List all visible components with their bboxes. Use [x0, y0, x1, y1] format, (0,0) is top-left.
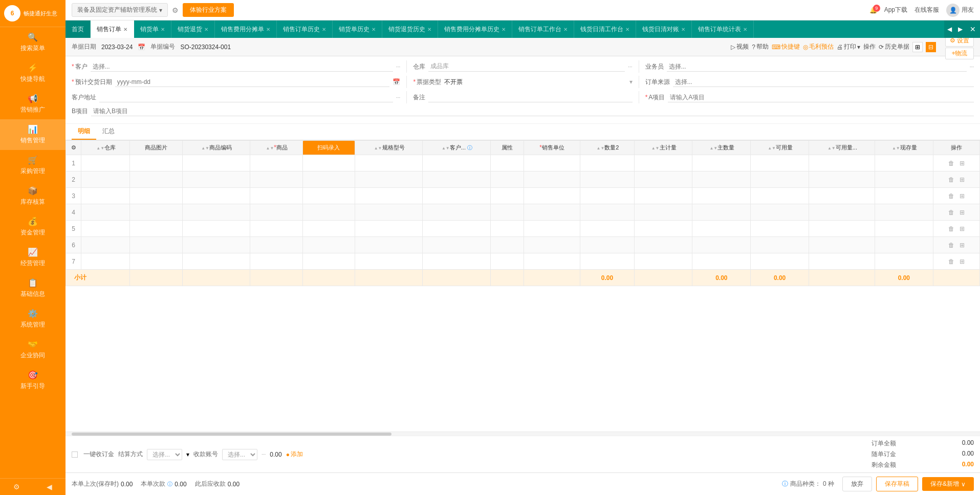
row-copy-icon[interactable]: ⊞ — [960, 242, 965, 249]
row-delete-icon[interactable]: 🗑 — [948, 160, 954, 167]
col-unit[interactable]: *销售单位 — [524, 141, 580, 155]
row-unit[interactable] — [524, 253, 580, 270]
view-video-btn[interactable]: ▷ 视频 — [731, 42, 749, 51]
row-attribute[interactable] — [490, 237, 524, 253]
tab-close-icon[interactable]: ✕ — [372, 27, 376, 32]
sidebar-item-0[interactable]: 🔍 搜索菜单 — [0, 27, 66, 58]
tab-home[interactable]: 首页 — [66, 20, 91, 38]
col-settings[interactable]: ⚙ — [66, 141, 81, 155]
tab-prev-icon[interactable]: ◀ — [944, 26, 955, 33]
row-barcode[interactable] — [302, 188, 355, 204]
row-qty2[interactable] — [580, 155, 635, 171]
tab-close-all-icon[interactable]: ✕ — [966, 25, 980, 33]
sidebar-item-5[interactable]: 📦 库存核算 — [0, 181, 66, 211]
tab-close-icon[interactable]: ✕ — [681, 27, 685, 32]
sidebar-item-8[interactable]: 📋 基础信息 — [0, 273, 66, 304]
row-qty2[interactable] — [580, 188, 635, 204]
row-main-qty[interactable] — [692, 171, 751, 188]
calendar-icon[interactable]: 📅 — [138, 44, 145, 51]
tab-close-icon[interactable]: ✕ — [204, 27, 208, 32]
tab-daily-clear-workbench[interactable]: 钱货日清工作台 ✕ — [574, 20, 636, 38]
settings-btn[interactable]: ⚙ 设置 — [945, 38, 974, 47]
tab-detail[interactable]: 明细 — [72, 124, 96, 140]
row-unit[interactable] — [524, 237, 580, 253]
b-project-input[interactable] — [91, 106, 974, 116]
row-customer-code[interactable] — [423, 155, 491, 171]
row-qty2[interactable] — [580, 253, 635, 270]
online-service-link[interactable]: 在线客服 — [914, 6, 939, 14]
tab-close-icon[interactable]: ✕ — [625, 27, 629, 32]
row-attribute[interactable] — [490, 253, 524, 270]
row-main-qty[interactable] — [692, 237, 751, 253]
col-customer-code[interactable]: ▲▼客户... ⓘ — [423, 141, 491, 155]
row-code[interactable] — [182, 204, 250, 221]
account-select[interactable]: 选择... — [222, 449, 257, 460]
sidebar-item-6[interactable]: 💰 资金管理 — [0, 211, 66, 242]
row-unit[interactable] — [524, 204, 580, 221]
layout-icon-1[interactable]: ⊞ — [912, 42, 923, 52]
row-main-qty[interactable] — [692, 204, 751, 221]
sidebar-collapse-icon[interactable]: ◀ — [47, 483, 52, 491]
help-btn[interactable]: ? 帮助 — [752, 42, 769, 51]
row-customer-code[interactable] — [423, 204, 491, 221]
sidebar-item-10[interactable]: 🤝 企业协同 — [0, 334, 66, 365]
col-available2[interactable]: ▲▼可用量... — [809, 141, 875, 155]
tab-close-icon[interactable]: ✕ — [743, 27, 747, 32]
row-delete-icon[interactable]: 🗑 — [948, 209, 954, 216]
row-delete-icon[interactable]: 🗑 — [948, 192, 954, 200]
tab-expense-history[interactable]: 销售费用分摊单历史 ✕ — [438, 20, 512, 38]
row-qty2[interactable] — [580, 237, 635, 253]
row-warehouse[interactable] — [81, 221, 130, 237]
col-stock[interactable]: ▲▼现存量 — [875, 141, 933, 155]
row-barcode[interactable] — [302, 155, 355, 171]
row-spec[interactable] — [355, 221, 423, 237]
deposit-checkbox[interactable] — [72, 451, 78, 458]
method-select[interactable]: 选择... — [147, 449, 182, 460]
sidebar-item-9[interactable]: ⚙️ 系统管理 — [0, 304, 66, 334]
layout-icon-2[interactable]: ⊟ — [926, 42, 936, 52]
row-copy-icon[interactable]: ⊞ — [960, 192, 965, 200]
row-spec[interactable] — [355, 237, 423, 253]
row-warehouse[interactable] — [81, 188, 130, 204]
warehouse-input[interactable] — [428, 62, 625, 72]
staff-input[interactable] — [667, 62, 967, 72]
row-unit[interactable] — [524, 188, 580, 204]
tab-next-icon[interactable]: ▶ — [955, 26, 966, 33]
invoice-dropdown-icon[interactable]: ▾ — [629, 78, 633, 85]
system-selector[interactable]: 装备及固定资产辅助管理系统 ▾ — [72, 3, 168, 17]
row-product[interactable] — [250, 221, 302, 237]
col-warehouse[interactable]: ▲▼仓库 — [81, 141, 130, 155]
row-qty2[interactable] — [580, 204, 635, 221]
row-customer-code[interactable] — [423, 221, 491, 237]
row-warehouse[interactable] — [81, 253, 130, 270]
tab-sales-history[interactable]: 销售订单历史 ✕ — [277, 20, 333, 38]
tab-sales-stats[interactable]: 销售订单统计表 ✕ — [692, 20, 754, 38]
tab-sales-receipt[interactable]: 销货单 ✕ — [134, 20, 171, 38]
sidebar-settings-icon[interactable]: ⚙ — [13, 483, 20, 491]
sidebar-item-1[interactable]: ⚡ 快捷导航 — [0, 58, 66, 89]
print-btn[interactable]: 🖨 打印 ▾ — [837, 42, 860, 51]
add-payment-btn[interactable]: ● 添加 — [286, 450, 303, 459]
row-spec[interactable] — [355, 204, 423, 221]
row-spec[interactable] — [355, 155, 423, 171]
tab-sales-expense[interactable]: 销售费用分摊单 ✕ — [215, 20, 277, 38]
tab-daily-reconcile[interactable]: 钱货日清对账 ✕ — [636, 20, 692, 38]
account-more-icon[interactable]: ··· — [262, 451, 266, 457]
row-qty2[interactable] — [580, 171, 635, 188]
row-product[interactable] — [250, 188, 302, 204]
row-warehouse[interactable] — [81, 237, 130, 253]
sidebar-item-3[interactable]: 📊 销售管理 — [0, 119, 66, 150]
row-code[interactable] — [182, 155, 250, 171]
row-code[interactable] — [182, 221, 250, 237]
row-customer-code[interactable] — [423, 237, 491, 253]
row-code[interactable] — [182, 253, 250, 270]
col-available[interactable]: ▲▼可用量 — [751, 141, 809, 155]
tab-close-icon[interactable]: ✕ — [427, 27, 431, 32]
note-input[interactable] — [428, 93, 632, 102]
col-barcode[interactable]: 扫码录入 — [302, 141, 355, 155]
col-code[interactable]: ▲▼商品编码 — [182, 141, 250, 155]
row-delete-icon[interactable]: 🗑 — [948, 176, 954, 183]
notification-badge[interactable]: 🔔 9 — [869, 7, 877, 14]
row-main-qty[interactable] — [692, 188, 751, 204]
tab-sales-order[interactable]: 销售订单 ✕ — [91, 20, 134, 38]
